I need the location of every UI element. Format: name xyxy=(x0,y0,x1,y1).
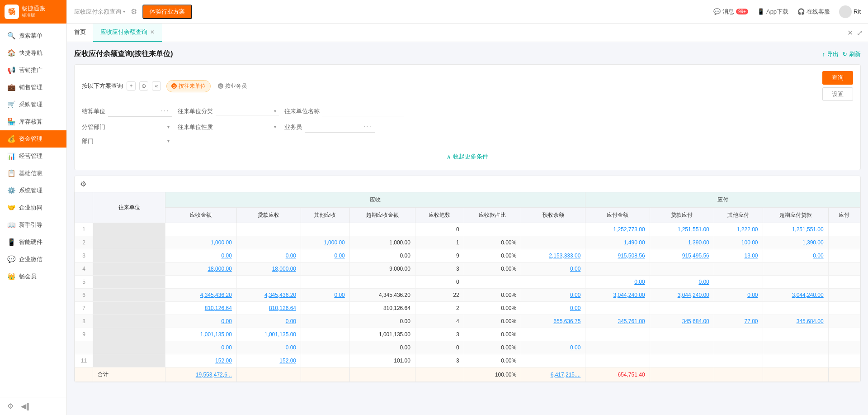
table-row: 7810,126.64810,126.64810,126.6420.00%0.0… xyxy=(75,302,860,315)
system-icon: ⚙️ xyxy=(7,186,15,195)
subdept-input[interactable]: ▾ xyxy=(96,137,172,145)
col-ar-ratio: 应收款占比 xyxy=(464,208,521,223)
scheme-item-partner[interactable]: ⊙ 按往来单位 xyxy=(166,80,211,92)
collapse-more-btn[interactable]: ∧ 收起更多条件 xyxy=(82,150,853,163)
filter-field-partner-type: 往来单位分类 ▾ xyxy=(178,107,279,115)
sidebar-bottom: ⚙ ◀‖ xyxy=(0,397,66,415)
sidebar-item-guide[interactable]: 📖 新手引导 xyxy=(0,216,66,234)
refresh-label: 刷新 xyxy=(849,50,861,58)
logo-icon: 畅 xyxy=(5,5,19,19)
partner-type-label: 往来单位分类 xyxy=(178,107,213,115)
partner-type-input[interactable]: ▾ xyxy=(216,107,279,115)
sidebar-item-hardware[interactable]: 📱 智能硬件 xyxy=(0,234,66,251)
settlement-input[interactable]: ··· xyxy=(108,105,172,117)
footer-ar-prepay[interactable]: 6,417,215.... xyxy=(521,367,585,382)
page-title: 应收应付余额查询(按往来单位) xyxy=(74,49,173,59)
sales-label: 销售管理 xyxy=(19,83,42,91)
service-button[interactable]: 🎧 在线客服 xyxy=(797,8,830,16)
query-button[interactable]: 查询 xyxy=(822,71,853,85)
subdept-label: 部门 xyxy=(82,137,94,145)
sidebar-item-purchase[interactable]: 🛒 采购管理 xyxy=(0,96,66,113)
dept-input[interactable]: ▾ xyxy=(108,123,172,131)
filter-row-2: 分管部门 ▾ 往来单位性质 ▾ 业务员 xyxy=(82,121,853,133)
filter-collapse-scheme-btn[interactable]: « xyxy=(152,81,161,91)
operation-icon: 📊 xyxy=(7,152,15,160)
promo-button[interactable]: 体验行业方案 xyxy=(142,5,192,19)
filter-section-label: 按以下方案查询 + ⊙ « xyxy=(82,81,161,91)
download-label: App下载 xyxy=(766,8,788,16)
col-ap-other: 其他应付 xyxy=(714,208,763,223)
tab-ar-ap-label: 应收应付余额查询 xyxy=(100,28,147,36)
settings-button[interactable]: 设置 xyxy=(822,87,853,101)
tab-home[interactable]: 首页 xyxy=(67,24,93,42)
download-icon: 📱 xyxy=(757,8,764,15)
collapse-bottom-icon[interactable]: ◀‖ xyxy=(21,402,30,410)
sidebar-item-collab[interactable]: 🤝 企业协同 xyxy=(0,199,66,216)
footer-ar-overdue xyxy=(349,367,415,382)
basic-label: 基础信息 xyxy=(19,169,42,177)
finance-label: 资金管理 xyxy=(19,135,42,143)
breadcrumb-arrow: ▾ xyxy=(123,9,125,14)
table-settings-icon[interactable]: ⚙ xyxy=(80,180,86,188)
sidebar-item-operation[interactable]: 📊 经营管理 xyxy=(0,148,66,165)
sidebar-item-basic[interactable]: 📋 基础信息 xyxy=(0,165,66,182)
tab-ar-ap-query[interactable]: 应收应付余额查询 ✕ xyxy=(93,24,162,42)
sidebar-item-search-menu[interactable]: 🔍 搜索菜单 xyxy=(0,27,66,44)
sidebar-item-member[interactable]: 👑 畅会员 xyxy=(0,268,66,285)
window-maximize-icon[interactable]: ⤢ xyxy=(857,29,863,37)
filter-field-partner-nature: 往来单位性质 ▾ xyxy=(178,123,279,131)
settlement-label: 结算单位 xyxy=(82,107,105,115)
tab-close-icon[interactable]: ✕ xyxy=(150,29,155,35)
filter-field-subdept: 部门 ▾ xyxy=(82,137,172,145)
user-avatar xyxy=(839,5,852,18)
service-label: 在线客服 xyxy=(807,8,830,16)
service-icon: 🎧 xyxy=(797,8,805,15)
scheme-item-staff[interactable]: ⊙ 按业务员 xyxy=(213,81,251,92)
footer-ar-amount[interactable]: 19,553,472,6... xyxy=(165,367,237,382)
filter-setting-button[interactable]: ⊙ xyxy=(139,81,148,91)
header-breadcrumb: 应收应付余额查询 ▾ xyxy=(74,8,125,16)
sidebar-item-wechat[interactable]: 💬 企业微信 xyxy=(0,251,66,268)
guide-label: 新手引导 xyxy=(19,221,42,229)
table-toolbar: ⚙ xyxy=(75,176,860,192)
sidebar-item-inventory[interactable]: 🏪 库存核算 xyxy=(0,113,66,130)
filter-add-button[interactable]: + xyxy=(127,81,136,91)
refresh-icon: ↻ xyxy=(842,51,847,57)
quick-nav-icon: 🏠 xyxy=(7,49,15,57)
table-row: 30.000.000.000.0090.00%2,153,333.00915,5… xyxy=(75,249,860,262)
system-label: 系统管理 xyxy=(19,186,42,195)
refresh-button[interactable]: ↻ 刷新 xyxy=(842,50,861,58)
sidebar-item-system[interactable]: ⚙️ 系统管理 xyxy=(0,182,66,199)
window-close-icon[interactable]: ✕ xyxy=(847,29,853,37)
sidebar-item-finance[interactable]: 💰 资金管理 xyxy=(0,130,66,148)
notice-icon: 💬 xyxy=(713,8,721,15)
filter-buttons: 查询 设置 xyxy=(822,71,853,101)
sidebar-item-quick-nav[interactable]: 🏠 快捷导航 xyxy=(0,44,66,62)
settlement-dots: ··· xyxy=(161,107,170,115)
col-ar-overdue: 超期应收金额 xyxy=(349,208,415,223)
staff-dots: ··· xyxy=(363,123,372,131)
table-scroll-container[interactable]: 往来单位 应收 应付 应收金额 贷款应收 其他应收 超期应收金额 应收笔数 应收… xyxy=(75,192,860,382)
footer-ar-ratio: 100.00% xyxy=(464,367,521,382)
sidebar-item-sales[interactable]: 💼 销售管理 xyxy=(0,79,66,96)
notice-button[interactable]: 💬 消息 99+ xyxy=(713,8,748,16)
user-button[interactable]: Rit xyxy=(839,5,861,18)
partner-nature-input[interactable]: ▾ xyxy=(216,123,279,131)
notice-badge: 99+ xyxy=(736,9,748,14)
download-button[interactable]: 📱 App下载 xyxy=(757,8,788,16)
export-button[interactable]: ↑ 导出 xyxy=(822,50,839,58)
settings-bottom-icon[interactable]: ⚙ xyxy=(7,402,14,410)
partner-name-label: 往来单位名称 xyxy=(284,107,320,115)
scheme-dot-orange: ⊙ xyxy=(171,83,177,89)
logo-text: 畅捷通账 xyxy=(22,5,45,12)
page-title-bar: 应收应付余额查询(按往来单位) ↑ 导出 ↻ 刷新 xyxy=(74,49,861,59)
sidebar-item-marketing[interactable]: 📢 营销推广 xyxy=(0,62,66,79)
staff-input[interactable]: ··· xyxy=(305,121,375,133)
scheme-label-staff: 按业务员 xyxy=(225,82,247,90)
purchase-icon: 🛒 xyxy=(7,100,15,109)
footer-label: 合计 xyxy=(93,367,165,382)
header-gear-icon[interactable]: ⚙ xyxy=(131,7,137,16)
partner-name-input[interactable] xyxy=(322,106,404,116)
footer-ap-other xyxy=(714,367,763,382)
scheme-dot-gray: ⊙ xyxy=(218,83,223,89)
